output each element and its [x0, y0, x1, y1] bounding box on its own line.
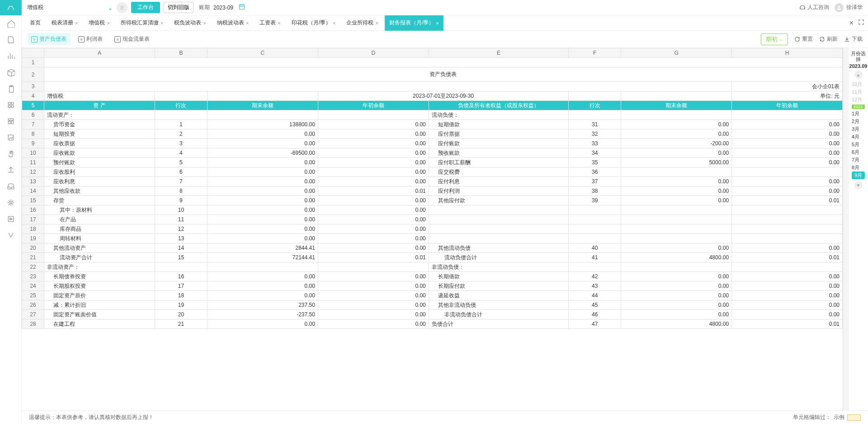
subtab-现金流量表[interactable]: ≡现金流量表 [110, 33, 154, 45]
cell[interactable]: 预付账款 [44, 158, 155, 167]
cell[interactable]: 36 [569, 167, 621, 177]
tab-企业所得税[interactable]: 企业所得税× [342, 15, 382, 31]
header-cell[interactable]: 行次 [155, 101, 207, 110]
cell[interactable] [318, 262, 429, 272]
row-number[interactable]: 8 [22, 129, 44, 139]
cell[interactable]: 减：累计折旧 [44, 300, 155, 310]
cell[interactable]: 短期投资 [44, 129, 155, 139]
row-number[interactable]: 16 [22, 205, 44, 215]
cell[interactable] [429, 234, 568, 243]
header-cell[interactable]: 年初余额 [318, 101, 429, 110]
cell[interactable]: 0.00 [207, 281, 318, 291]
col-header[interactable]: D [318, 48, 429, 58]
cell[interactable]: 流动资产合计 [44, 253, 155, 262]
cell[interactable] [621, 205, 732, 215]
cell[interactable]: 0.00 [318, 177, 429, 186]
refresh-button[interactable]: 刷新 [819, 35, 838, 43]
cell[interactable]: 其他应付款 [429, 196, 568, 205]
cell[interactable]: 9 [155, 196, 207, 205]
cell[interactable]: 16 [155, 272, 207, 281]
cell[interactable]: 0.01 [732, 319, 843, 329]
cell[interactable] [207, 91, 318, 101]
cell[interactable]: 41 [569, 253, 621, 262]
cell[interactable]: 0.00 [207, 291, 318, 300]
sidebar-v-icon[interactable] [0, 227, 22, 243]
row-number[interactable]: 7 [22, 120, 44, 129]
cell[interactable]: 应收票据 [44, 139, 155, 148]
cell[interactable]: 19 [155, 300, 207, 310]
header-cell[interactable]: 期末余额 [621, 101, 732, 110]
cell[interactable]: 应收股利 [44, 167, 155, 177]
cell[interactable]: 32 [569, 129, 621, 139]
cell[interactable] [621, 91, 732, 101]
corner-cell[interactable] [22, 48, 44, 58]
col-header[interactable]: G [621, 48, 732, 58]
cell[interactable]: 15 [155, 253, 207, 262]
list-icon-button[interactable] [117, 2, 127, 13]
cell[interactable] [569, 224, 621, 234]
close-icon[interactable]: × [278, 20, 280, 26]
close-icon[interactable]: × [246, 20, 249, 26]
row-number[interactable]: 21 [22, 253, 44, 262]
row-number[interactable]: 14 [22, 186, 44, 196]
row-number[interactable]: 18 [22, 224, 44, 234]
month-option[interactable]: 2月 [852, 118, 865, 125]
workbench-button[interactable]: 工作台 [131, 2, 160, 13]
cell[interactable]: 0.00 [732, 281, 843, 291]
subtab-利润表[interactable]: ≡利润表 [74, 33, 107, 45]
month-option[interactable]: 5月 [852, 141, 865, 148]
cell[interactable]: 7 [155, 177, 207, 186]
cell[interactable] [155, 262, 207, 272]
month-down-icon[interactable]: ▼ [854, 181, 863, 189]
tab-税表清册[interactable]: 税表清册× [47, 15, 82, 31]
cell[interactable]: 0.00 [318, 224, 429, 234]
cell[interactable]: 其他流动资产 [44, 243, 155, 253]
cell[interactable]: 0.00 [318, 243, 429, 253]
cell[interactable]: 非流动负债： [429, 262, 568, 272]
col-header[interactable]: E [429, 48, 568, 58]
cell[interactable]: 5 [155, 158, 207, 167]
sidebar-chart-icon[interactable] [0, 48, 22, 64]
cell[interactable] [155, 110, 207, 120]
close-icon[interactable]: × [203, 20, 206, 26]
tab-首页[interactable]: 首页 [25, 15, 45, 31]
cell[interactable]: 固定资产账面价值 [44, 310, 155, 319]
close-icon[interactable]: × [107, 20, 109, 26]
cell[interactable]: 长期借款 [429, 272, 568, 281]
cell[interactable]: 应付利润 [429, 186, 568, 196]
header-cell[interactable]: 行次 [569, 101, 621, 110]
cell[interactable]: 应付职工薪酬 [429, 158, 568, 167]
sidebar-box-icon[interactable] [0, 64, 22, 81]
cell[interactable]: 0.00 [207, 272, 318, 281]
tab-所得税汇算清缴[interactable]: 所得税汇算清缴× [116, 15, 168, 31]
sidebar-hand-icon[interactable] [0, 146, 22, 162]
row-number[interactable]: 13 [22, 177, 44, 186]
cell[interactable]: 0.00 [318, 291, 429, 300]
cell[interactable]: 非流动资产： [44, 262, 155, 272]
row-number[interactable]: 12 [22, 167, 44, 177]
cell[interactable]: 38 [569, 186, 621, 196]
cell[interactable]: 21 [155, 319, 207, 329]
cell[interactable]: 0.00 [318, 215, 429, 224]
sidebar-clipboard-icon[interactable] [0, 81, 22, 97]
sidebar-export-icon[interactable] [0, 162, 22, 178]
row-number[interactable]: 9 [22, 139, 44, 148]
cell[interactable] [429, 215, 568, 224]
cell[interactable]: 0.00 [318, 300, 429, 310]
cell[interactable]: 0.00 [732, 148, 843, 158]
cell[interactable]: 0.00 [318, 272, 429, 281]
close-icon[interactable]: × [160, 20, 163, 26]
cell[interactable]: 0.00 [621, 120, 732, 129]
cell[interactable]: 35 [569, 158, 621, 167]
cell[interactable]: 其他流动负债 [429, 243, 568, 253]
col-header[interactable]: F [569, 48, 621, 58]
cell[interactable] [569, 215, 621, 224]
month-option[interactable]: 4月 [852, 133, 865, 141]
cell[interactable]: 应交税费 [429, 167, 568, 177]
cell[interactable]: 0.00 [318, 120, 429, 129]
cell[interactable]: 单位: 元 [732, 91, 843, 101]
header-cell[interactable]: 负债及所有者权益（或股东权益） [429, 101, 568, 110]
cell[interactable]: 8 [155, 186, 207, 196]
cell[interactable]: 短期借款 [429, 120, 568, 129]
cell[interactable]: 0.00 [621, 243, 732, 253]
